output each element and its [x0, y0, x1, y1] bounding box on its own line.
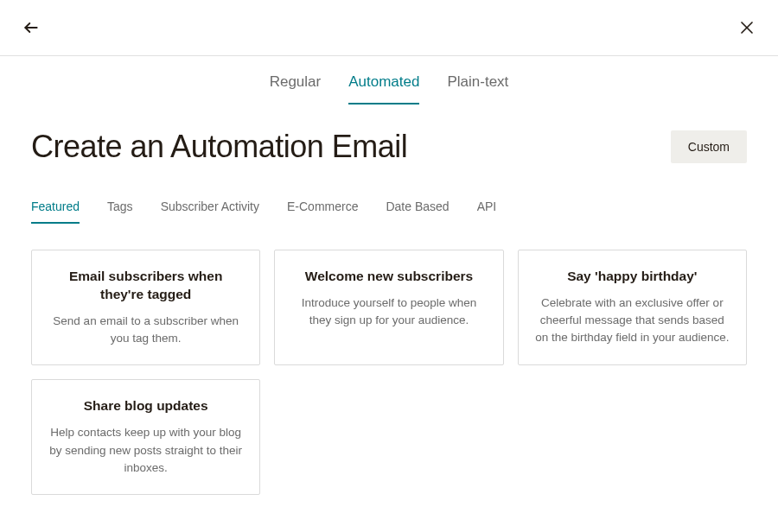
custom-button[interactable]: Custom [671, 130, 747, 163]
cards-grid: Email subscribers when they're tagged Se… [31, 250, 747, 495]
page-title: Create an Automation Email [31, 129, 407, 165]
tab-plain-text[interactable]: Plain-text [447, 73, 508, 104]
subtab-tags[interactable]: Tags [107, 200, 133, 224]
topbar [0, 0, 778, 56]
close-button[interactable] [737, 17, 757, 38]
card-desc: Help contacts keep up with your blog by … [48, 424, 244, 477]
card-share-blog-updates[interactable]: Share blog updates Help contacts keep up… [31, 379, 260, 495]
subtab-subscriber-activity[interactable]: Subscriber Activity [161, 200, 259, 224]
card-welcome-subscribers[interactable]: Welcome new subscribers Introduce yourse… [274, 250, 503, 365]
tab-regular[interactable]: Regular [270, 73, 322, 104]
title-row: Create an Automation Email Custom [31, 129, 747, 165]
card-title: Say 'happy birthday' [567, 268, 697, 286]
card-title: Welcome new subscribers [305, 268, 473, 286]
card-title: Share blog updates [84, 397, 208, 415]
subtab-ecommerce[interactable]: E-Commerce [287, 200, 358, 224]
card-email-when-tagged[interactable]: Email subscribers when they're tagged Se… [31, 250, 260, 365]
arrow-left-icon [22, 19, 40, 36]
card-desc: Introduce yourself to people when they s… [290, 294, 487, 330]
card-title: Email subscribers when they're tagged [48, 268, 244, 304]
card-desc: Celebrate with an exclusive offer or che… [534, 294, 730, 347]
card-desc: Send an email to a subscriber when you t… [48, 313, 244, 348]
subtab-featured[interactable]: Featured [31, 200, 80, 224]
close-icon [739, 20, 755, 35]
main-tabs: Regular Automated Plain-text [0, 56, 778, 104]
content: Create an Automation Email Custom Featur… [0, 104, 778, 495]
subtab-api[interactable]: API [477, 200, 497, 224]
back-button[interactable] [21, 17, 41, 38]
card-happy-birthday[interactable]: Say 'happy birthday' Celebrate with an e… [518, 250, 747, 365]
sub-tabs: Featured Tags Subscriber Activity E-Comm… [31, 200, 747, 224]
tab-automated[interactable]: Automated [348, 73, 419, 104]
subtab-date-based[interactable]: Date Based [386, 200, 449, 224]
